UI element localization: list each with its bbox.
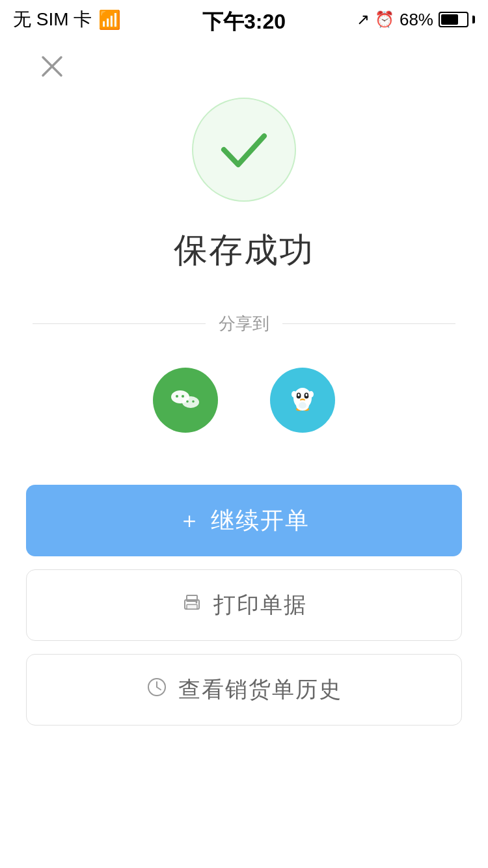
share-row: [153, 368, 335, 433]
svg-point-19: [299, 402, 306, 409]
printer-icon: [181, 591, 203, 619]
svg-point-14: [291, 391, 297, 398]
svg-point-15: [308, 391, 314, 398]
sim-status: 无 SIM 卡: [13, 7, 92, 32]
status-right: ↗ ⏰ 68%: [357, 10, 475, 30]
svg-point-23: [196, 602, 198, 604]
svg-point-6: [186, 400, 189, 403]
print-button[interactable]: 打印单据: [26, 569, 462, 641]
action-buttons: ＋ 继续开单 打印单据 查看销货单历史: [0, 485, 488, 726]
status-time: 下午3:20: [202, 8, 286, 36]
wifi-icon: 📶: [98, 9, 121, 31]
location-icon: ↗: [357, 10, 370, 29]
divider-right: [282, 323, 455, 324]
wechat-icon: [165, 380, 206, 420]
divider-left: [33, 323, 206, 324]
history-label: 查看销货单历史: [178, 675, 342, 705]
history-button[interactable]: 查看销货单历史: [26, 654, 462, 726]
close-button[interactable]: [33, 47, 72, 86]
svg-point-11: [298, 394, 300, 396]
svg-rect-21: [187, 604, 197, 609]
share-label: 分享到: [206, 312, 282, 335]
svg-point-3: [182, 396, 199, 408]
main-content: 保存成功 分享到: [0, 39, 488, 726]
continue-label: 继续开单: [211, 505, 310, 537]
status-left: 无 SIM 卡 📶: [13, 7, 121, 32]
qq-icon: [284, 381, 321, 419]
divider-section: 分享到: [0, 312, 488, 335]
battery-indicator: [439, 12, 475, 27]
svg-point-12: [306, 394, 308, 396]
continue-button[interactable]: ＋ 继续开单: [26, 485, 462, 556]
battery-percent: 68%: [400, 10, 433, 30]
svg-point-5: [182, 395, 184, 398]
checkmark-icon: [215, 120, 273, 179]
svg-point-4: [176, 395, 178, 398]
clock-icon: [146, 676, 168, 703]
wechat-share-button[interactable]: [153, 368, 218, 433]
success-circle: [192, 98, 296, 202]
svg-point-7: [192, 400, 195, 403]
print-label: 打印单据: [213, 590, 307, 620]
success-title: 保存成功: [174, 228, 314, 273]
close-icon: [40, 55, 64, 78]
alarm-icon: ⏰: [375, 10, 394, 29]
plus-icon: ＋: [178, 506, 200, 536]
qq-share-button[interactable]: [270, 368, 335, 433]
status-bar: 无 SIM 卡 📶 下午3:20 ↗ ⏰ 68%: [0, 0, 488, 39]
